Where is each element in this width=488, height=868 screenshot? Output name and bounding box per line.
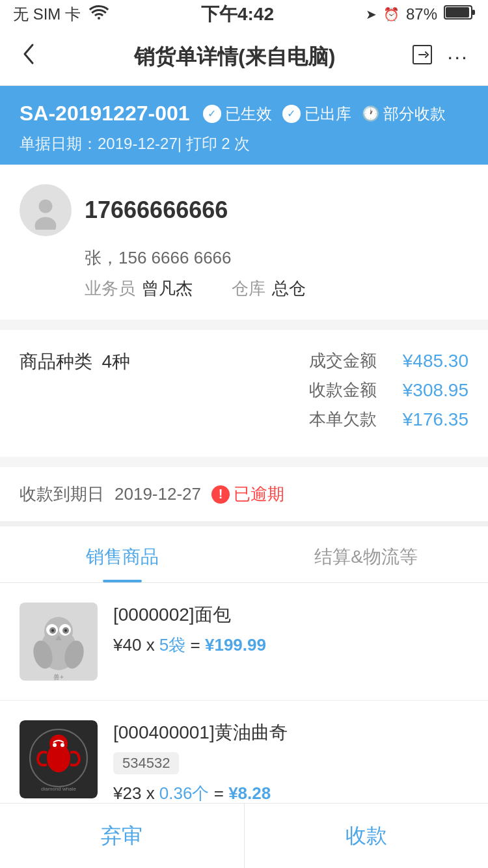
tab-settlement[interactable]: 结算&物流等 <box>244 526 488 582</box>
tabs-section: 销售商品 结算&物流等 <box>0 526 488 583</box>
warehouse-value: 总仓 <box>272 277 306 300</box>
debt-value: ¥176.35 <box>403 409 468 430</box>
banner-top: SA-20191227-001 ✓ 已生效 ✓ 已出库 🕐 部分收款 <box>20 102 468 126</box>
page-title: 销货单详情(来自电脑) <box>59 43 411 72</box>
svg-rect-2 <box>446 7 469 18</box>
receipt-amount-row: 收款金额 ¥308.95 <box>309 379 468 401</box>
receipt-amount-label: 收款金额 <box>309 379 377 401</box>
check-shipped-icon: ✓ <box>282 105 301 123</box>
product-price-1: ¥40 x 5袋 = ¥199.99 <box>113 634 468 657</box>
warehouse-label: 仓库 <box>232 277 265 300</box>
status-left: 无 SIM 卡 <box>13 4 109 25</box>
tab-sales-products[interactable]: 销售商品 <box>0 526 244 582</box>
product-total-2: ¥8.28 <box>228 783 271 803</box>
product-total-1: ¥199.99 <box>205 635 266 655</box>
deal-amount-value: ¥485.30 <box>403 351 468 372</box>
nav-actions: ··· <box>411 43 468 71</box>
product-batch-2: 534532 <box>113 752 179 774</box>
status-effected: ✓ 已生效 <box>203 103 272 124</box>
confirm-button[interactable]: 收款 <box>245 804 489 868</box>
customer-name-info: 张，156 6666 6666 <box>85 247 468 269</box>
status-partial: 🕐 部分收款 <box>362 103 446 124</box>
status-right: ➤ ⏰ 87% <box>366 4 475 25</box>
signal-text: 无 SIM 卡 <box>13 4 81 25</box>
cancel-button[interactable]: 弃审 <box>0 804 245 868</box>
receipt-amount-value: ¥308.95 <box>403 380 468 401</box>
location-icon: ➤ <box>366 7 377 22</box>
customer-meta: 业务员 曾凡杰 仓库 总仓 <box>85 277 468 300</box>
svg-point-15 <box>64 629 67 632</box>
due-date: 2019-12-27 <box>115 484 201 504</box>
customer-top: 17666666666 <box>20 184 468 236</box>
salesperson-item: 业务员 曾凡杰 <box>85 277 193 300</box>
svg-point-24 <box>53 743 57 747</box>
salesperson-value: 曾凡杰 <box>142 277 193 300</box>
deal-amount-label: 成交金额 <box>309 349 377 372</box>
product-item-1: 兽+ [0000002]面包 ¥40 x 5袋 = ¥199.99 <box>0 583 488 701</box>
product-name-2: [000400001]黄油曲奇 <box>113 720 468 745</box>
overdue-text: 已逾期 <box>234 483 284 506</box>
due-section: 收款到期日 2019-12-27 ! 已逾期 <box>0 467 488 526</box>
product-name-1: [0000002]面包 <box>113 603 468 627</box>
svg-point-25 <box>61 743 64 747</box>
alarm-icon: ⏰ <box>383 7 400 22</box>
header-banner: SA-20191227-001 ✓ 已生效 ✓ 已出库 🕐 部分收款 单据日期：… <box>0 86 488 165</box>
deal-amount-row: 成交金额 ¥485.30 <box>309 349 468 372</box>
share-button[interactable] <box>411 43 434 71</box>
svg-point-14 <box>51 629 54 632</box>
customer-section: 17666666666 张，156 6666 6666 业务员 曾凡杰 仓库 总… <box>0 165 488 319</box>
due-label: 收款到期日 <box>20 483 104 506</box>
product-qty-1: 5袋 <box>159 635 185 655</box>
svg-point-23 <box>47 744 70 772</box>
summary-left: 商品种类 4种 <box>20 349 130 378</box>
overdue-badge: ! 已逾期 <box>211 483 284 506</box>
overdue-icon: ! <box>211 485 230 504</box>
bottom-bar: 弃审 收款 <box>0 803 488 868</box>
banner-sub: 单据日期：2019-12-27| 打印 2 次 <box>20 133 468 154</box>
product-qty-2: 0.36个 <box>159 783 210 803</box>
product-image-1: 兽+ <box>20 603 98 681</box>
salesperson-label: 业务员 <box>85 277 135 300</box>
svg-text:兽+: 兽+ <box>53 673 64 681</box>
order-id: SA-20191227-001 <box>20 102 190 126</box>
debt-row: 本单欠款 ¥176.35 <box>309 408 468 431</box>
wifi-icon <box>88 5 109 23</box>
product-info-2: [000400001]黄油曲奇 534532 ¥23 x 0.36个 = ¥8.… <box>113 720 468 805</box>
clock-icon: 🕐 <box>362 105 379 122</box>
status-bar: 无 SIM 卡 下午4:42 ➤ ⏰ 87% <box>0 0 488 29</box>
back-button[interactable] <box>20 40 59 74</box>
battery-icon <box>444 4 475 25</box>
debt-label: 本单欠款 <box>309 408 377 431</box>
check-effected-icon: ✓ <box>203 105 221 123</box>
customer-phone: 17666666666 <box>85 197 228 224</box>
product-info-1: [0000002]面包 ¥40 x 5袋 = ¥199.99 <box>113 603 468 657</box>
status-shipped: ✓ 已出库 <box>282 103 351 124</box>
nav-bar: 销货单详情(来自电脑) ··· <box>0 29 488 86</box>
product-image-2: diamond whale <box>20 720 98 798</box>
more-button[interactable]: ··· <box>447 45 468 69</box>
customer-avatar <box>20 184 72 236</box>
svg-text:diamond whale: diamond whale <box>41 786 76 792</box>
svg-point-5 <box>39 200 53 213</box>
products-section: 兽+ [0000002]面包 ¥40 x 5袋 = ¥199.99 <box>0 583 488 825</box>
status-tags: ✓ 已生效 ✓ 已出库 🕐 部分收款 <box>203 103 446 124</box>
warehouse-item: 仓库 总仓 <box>232 277 306 300</box>
summary-section: 商品种类 4种 成交金额 ¥485.30 收款金额 ¥308.95 本单欠款 ¥… <box>0 330 488 457</box>
time-display: 下午4:42 <box>201 2 274 27</box>
summary-right: 成交金额 ¥485.30 收款金额 ¥308.95 本单欠款 ¥176.35 <box>309 349 468 437</box>
svg-rect-1 <box>472 10 475 15</box>
product-type-row: 商品种类 4种 <box>20 349 130 374</box>
battery-level: 87% <box>406 5 437 23</box>
product-price-2: ¥23 x 0.36个 = ¥8.28 <box>113 782 468 805</box>
